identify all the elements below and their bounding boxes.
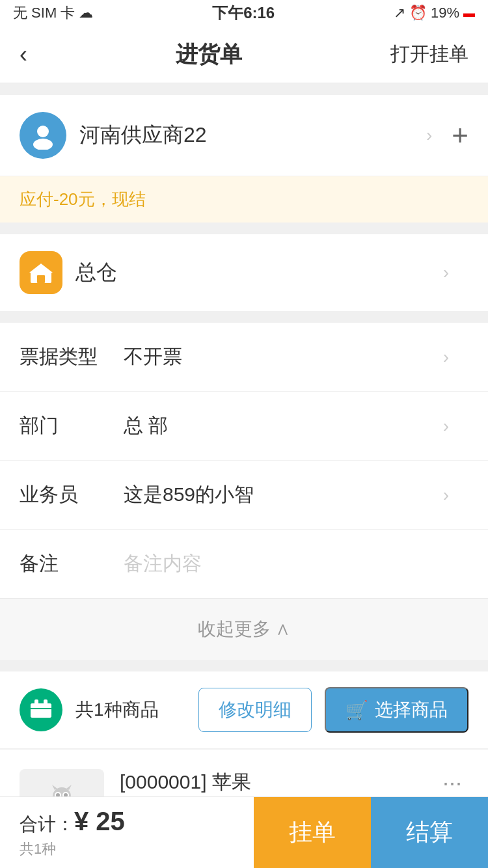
supplier-row[interactable]: 河南供应商22 › + bbox=[0, 95, 488, 176]
warehouse-icon bbox=[20, 251, 62, 294]
hold-button[interactable]: 挂单 bbox=[254, 797, 371, 868]
warehouse-section: 总仓 › bbox=[0, 234, 488, 311]
invoice-type-value: 不开票 bbox=[111, 344, 443, 370]
product-count: 共1种商品 bbox=[75, 698, 185, 722]
alarm-icon: ⏰ bbox=[409, 5, 427, 21]
back-button[interactable]: ‹ bbox=[20, 41, 27, 68]
open-hold-button[interactable]: 打开挂单 bbox=[390, 41, 468, 68]
total-amount: ¥ 25 bbox=[74, 807, 125, 836]
location-icon: ↗ bbox=[394, 5, 405, 21]
battery-icon: ▬ bbox=[463, 7, 475, 20]
supplier-chevron-icon: › bbox=[426, 125, 432, 146]
department-label: 部门 bbox=[20, 413, 111, 439]
no-sim-text: 无 SIM 卡 ☁ bbox=[13, 3, 93, 23]
warehouse-chevron-icon: › bbox=[443, 262, 449, 283]
invoice-type-row[interactable]: 票据类型 不开票 › bbox=[0, 323, 488, 392]
salesperson-chevron: › bbox=[443, 485, 449, 506]
salesperson-label: 业务员 bbox=[20, 481, 111, 508]
select-product-button[interactable]: 🛒 选择商品 bbox=[325, 687, 468, 733]
supplier-name: 河南供应商22 bbox=[79, 121, 426, 150]
total-count: 共1种 bbox=[20, 839, 234, 859]
add-button[interactable]: + bbox=[452, 121, 468, 150]
product-name: [0000001] 苹果 bbox=[120, 769, 420, 796]
svg-rect-4 bbox=[37, 275, 45, 283]
svg-rect-8 bbox=[34, 699, 38, 706]
status-time: 下午6:16 bbox=[212, 3, 275, 23]
total-label: 合计： bbox=[20, 812, 74, 837]
department-chevron: › bbox=[443, 416, 449, 437]
supplier-avatar bbox=[20, 112, 66, 159]
svg-point-0 bbox=[37, 126, 49, 137]
remark-row[interactable]: 备注 备注内容 bbox=[0, 530, 488, 598]
supplier-section: 河南供应商22 › + 应付-20元，现结 bbox=[0, 95, 488, 223]
warehouse-name: 总仓 bbox=[75, 258, 443, 287]
salesperson-row[interactable]: 业务员 这是859的小智 › bbox=[0, 461, 488, 530]
remark-input[interactable]: 备注内容 bbox=[111, 550, 468, 577]
salesperson-value: 这是859的小智 bbox=[111, 481, 443, 508]
bottom-bar: 合计： ¥ 25 共1种 挂单 结算 bbox=[0, 796, 488, 868]
product-header: 共1种商品 修改明细 🛒 选择商品 bbox=[0, 671, 488, 748]
invoice-type-chevron: › bbox=[443, 347, 449, 368]
checkout-button[interactable]: 结算 bbox=[371, 797, 488, 868]
select-product-label: 选择商品 bbox=[375, 698, 448, 722]
invoice-type-label: 票据类型 bbox=[20, 344, 111, 370]
total-section: 合计： ¥ 25 共1种 bbox=[0, 797, 254, 868]
remark-label: 备注 bbox=[20, 550, 111, 577]
status-left: 无 SIM 卡 ☁ bbox=[13, 3, 93, 23]
svg-rect-9 bbox=[44, 699, 47, 706]
nav-bar: ‹ 进货单 打开挂单 bbox=[0, 26, 488, 83]
modify-detail-button[interactable]: 修改明细 bbox=[198, 688, 312, 732]
svg-point-1 bbox=[33, 139, 53, 150]
status-right: ↗ ⏰ 19% ▬ bbox=[394, 5, 475, 21]
department-row[interactable]: 部门 总 部 › bbox=[0, 392, 488, 461]
status-bar: 无 SIM 卡 ☁ 下午6:16 ↗ ⏰ 19% ▬ bbox=[0, 0, 488, 26]
collapse-row[interactable]: 收起更多 ∧ bbox=[0, 598, 488, 660]
svg-marker-3 bbox=[29, 264, 53, 273]
warehouse-row[interactable]: 总仓 › bbox=[0, 234, 488, 311]
cart-icon: 🛒 bbox=[346, 699, 368, 721]
product-icon bbox=[20, 688, 62, 731]
department-value: 总 部 bbox=[111, 413, 443, 439]
svg-rect-6 bbox=[31, 703, 51, 718]
supplier-alert: 应付-20元，现结 bbox=[0, 176, 488, 223]
page-title: 进货单 bbox=[176, 40, 242, 70]
form-section: 票据类型 不开票 › 部门 总 部 › 业务员 这是859的小智 › 备注 备注… bbox=[0, 323, 488, 598]
battery-text: 19% bbox=[431, 5, 459, 21]
more-options-button[interactable]: ··· bbox=[436, 769, 468, 796]
